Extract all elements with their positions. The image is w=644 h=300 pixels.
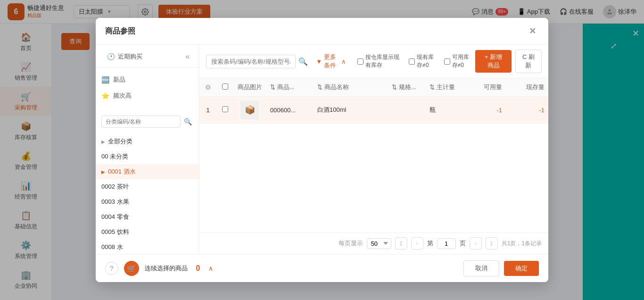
cat-label-00: 00 未分类 bbox=[101, 152, 128, 161]
category-search-input[interactable] bbox=[101, 116, 181, 128]
cat-item-0001[interactable]: ▶ 0001 酒水 bbox=[96, 164, 199, 179]
selected-count: 0 bbox=[193, 264, 203, 273]
refresh-button[interactable]: C 刷新 bbox=[515, 50, 542, 73]
left-panel: 🕐 近期购买 « 🆕 新品 ⭐ 频 bbox=[96, 45, 199, 254]
recent-icon: 🕐 bbox=[107, 53, 115, 60]
filter-icon: ▼ bbox=[316, 58, 322, 65]
modal-close-button[interactable]: ✕ bbox=[526, 25, 539, 38]
frequent-nav[interactable]: ⭐ 频次高 bbox=[96, 88, 199, 104]
layout: 🏠 首页 📈 销售管理 🛒 采购管理 📦 库存核算 💰 资金管理 📊 经营管理 … bbox=[0, 24, 644, 300]
cat-item-0008[interactable]: 0008 水 bbox=[96, 240, 199, 254]
th-img-label: 商品图片 bbox=[238, 83, 262, 91]
page-label: 第 bbox=[427, 239, 433, 248]
row-name: 白酒100ml bbox=[317, 106, 346, 113]
cat-label-0003: 0003 水果 bbox=[101, 198, 129, 206]
current-page-input[interactable] bbox=[437, 238, 456, 249]
cat-item-00[interactable]: 00 未分类 bbox=[96, 149, 199, 164]
th-available-label: 可用量 bbox=[484, 83, 502, 91]
modal-body: 🕐 近期购买 « 🆕 新品 ⭐ 频 bbox=[96, 45, 548, 254]
product-search-btn[interactable]: 🔍 bbox=[297, 54, 308, 68]
cat-arrow-all: ▶ bbox=[101, 139, 105, 144]
last-page-btn[interactable]: ⟫ bbox=[486, 237, 498, 250]
filter-label: 更多条件 bbox=[324, 53, 339, 70]
td-code: 000600... bbox=[266, 97, 314, 124]
cat-label-0002: 0002 茶叶 bbox=[101, 183, 129, 191]
th-code[interactable]: ⇅ 商品... bbox=[266, 78, 314, 97]
product-search-input[interactable] bbox=[206, 55, 296, 68]
cat-item-all[interactable]: ▶ 全部分类 bbox=[96, 134, 199, 149]
cat-item-0004[interactable]: 0004 零食 bbox=[96, 209, 199, 225]
cat-item-0002[interactable]: 0002 茶叶 bbox=[96, 179, 199, 194]
frequent-icon: ⭐ bbox=[101, 92, 109, 100]
confirm-button[interactable]: 确定 bbox=[504, 261, 539, 276]
row-unit: 瓶 bbox=[429, 106, 436, 113]
row-num: 1 bbox=[206, 107, 209, 114]
first-page-btn[interactable]: ⟪ bbox=[395, 237, 407, 250]
filter-collapse-arrow: ∧ bbox=[341, 58, 346, 65]
more-filter-btn[interactable]: ▼ 更多条件 ∧ bbox=[312, 50, 350, 72]
available-stock-filter[interactable]: 可用库存≠0 bbox=[444, 53, 471, 69]
current-stock-label: 现有库存≠0 bbox=[417, 53, 436, 69]
th-name[interactable]: ⇅ 商品名称 bbox=[314, 78, 388, 97]
help-btn[interactable]: ? bbox=[105, 262, 118, 275]
footer-collapse-arrow[interactable]: ∧ bbox=[208, 265, 213, 272]
thumb-placeholder: 📦 bbox=[245, 105, 255, 115]
new-products-nav[interactable]: 🆕 新品 bbox=[96, 72, 199, 88]
sort-icon-code: ⇅ bbox=[270, 83, 275, 91]
cancel-button[interactable]: 取消 bbox=[463, 260, 499, 276]
cat-item-0003[interactable]: 0003 水果 bbox=[96, 194, 199, 209]
th-name-label: 商品名称 bbox=[324, 83, 349, 91]
warehouse-stock-label: 按仓库显示现有库存 bbox=[365, 53, 401, 69]
new-label: 新品 bbox=[113, 75, 125, 84]
th-img: 商品图片 bbox=[233, 78, 266, 97]
cat-label-all: 全部分类 bbox=[108, 137, 132, 146]
td-spec bbox=[388, 97, 426, 124]
available-stock-label: 可用库存≠0 bbox=[452, 53, 471, 69]
product-table: ⚙ 商品图片 bbox=[199, 78, 548, 124]
product-toolbar: 🔍 ▼ 更多条件 ∧ 按仓库显示现有库存 bbox=[199, 45, 548, 78]
row-checkbox[interactable] bbox=[222, 106, 228, 112]
cat-arrow-0001: ▶ bbox=[101, 169, 105, 175]
td-stock: -1 bbox=[506, 97, 548, 124]
category-search-row: 🔍 bbox=[96, 111, 199, 132]
select-all-checkbox[interactable] bbox=[222, 83, 228, 90]
sort-icon-spec: ⇅ bbox=[392, 83, 397, 91]
sort-icon-name: ⇅ bbox=[317, 83, 322, 91]
warehouse-stock-filter[interactable]: 按仓库显示现有库存 bbox=[357, 53, 401, 69]
th-check bbox=[216, 78, 233, 97]
available-stock-checkbox[interactable] bbox=[444, 58, 450, 65]
page-suffix: 页 bbox=[460, 239, 466, 248]
table-settings-icon[interactable]: ⚙ bbox=[205, 83, 211, 91]
cart-btn[interactable]: 🛒 bbox=[124, 261, 139, 276]
modal-overlay: 商品参照 ✕ 🕐 近期购买 « bbox=[0, 0, 644, 300]
th-settings: ⚙ bbox=[199, 78, 216, 97]
product-table-container: ⚙ 商品图片 bbox=[199, 78, 548, 232]
prev-page-btn[interactable]: ‹ bbox=[411, 237, 423, 250]
recent-purchase-btn[interactable]: 🕐 近期购买 bbox=[101, 50, 148, 64]
current-stock-filter[interactable]: 现有库存≠0 bbox=[409, 53, 436, 69]
td-check bbox=[216, 97, 233, 124]
warehouse-stock-checkbox[interactable] bbox=[357, 58, 363, 65]
current-stock-checkbox[interactable] bbox=[409, 58, 415, 65]
td-available: -1 bbox=[463, 97, 506, 124]
frequent-label: 频次高 bbox=[113, 92, 132, 100]
th-spec[interactable]: ⇅ 规格... bbox=[388, 78, 426, 97]
modal-header: 商品参照 ✕ bbox=[96, 18, 548, 45]
next-page-btn[interactable]: › bbox=[470, 237, 482, 250]
category-search-btn[interactable]: 🔍 bbox=[182, 115, 193, 128]
page-size-select[interactable]: 50 10 20 100 bbox=[367, 238, 391, 249]
row-code: 000600... bbox=[270, 107, 296, 114]
td-unit: 瓶 bbox=[426, 97, 463, 124]
left-panel-collapse-btn[interactable]: « bbox=[182, 51, 193, 62]
sort-icon-unit: ⇅ bbox=[429, 83, 435, 91]
table-row[interactable]: 1 📦 bbox=[199, 97, 548, 124]
product-reference-modal: 商品参照 ✕ 🕐 近期购买 « bbox=[96, 18, 548, 282]
row-stock: -1 bbox=[539, 107, 545, 114]
modal-footer: ? 🛒 连续选择的商品 0 ∧ 取消 确定 bbox=[96, 254, 548, 282]
add-product-button[interactable]: + 新增商品 bbox=[475, 50, 512, 73]
td-num: 1 bbox=[199, 97, 216, 124]
cat-label-0005: 0005 饮料 bbox=[101, 228, 129, 236]
cat-item-0005[interactable]: 0005 饮料 bbox=[96, 225, 199, 240]
td-img: 📦 bbox=[233, 97, 266, 124]
th-unit[interactable]: ⇅ 主计量 bbox=[426, 78, 463, 97]
